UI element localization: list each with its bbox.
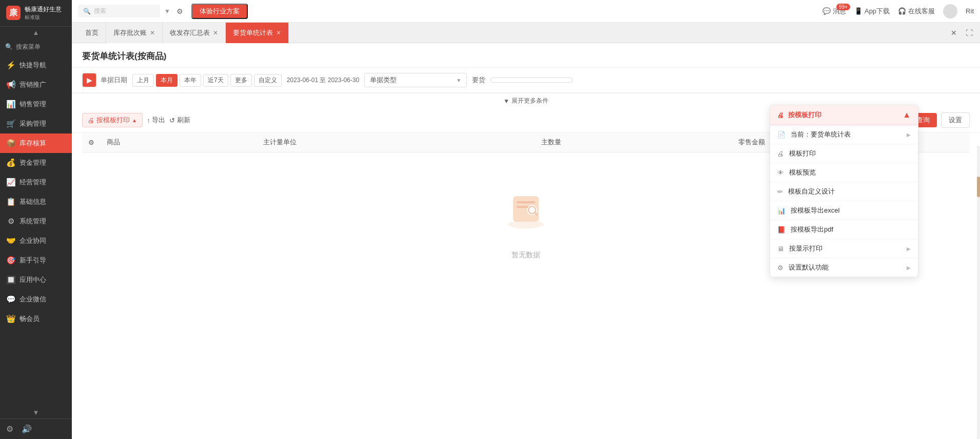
- app-name: 畅康通好生意: [25, 5, 62, 14]
- template-preview-label: 模板预览: [789, 168, 816, 177]
- display-print-label: 按显示打印: [789, 244, 822, 253]
- sidebar-item-sales[interactable]: 📊 销售管理: [0, 94, 72, 114]
- apps-icon: 🔲: [6, 275, 15, 284]
- print-label: 按模板打印: [96, 116, 130, 125]
- operation-icon: 📈: [6, 178, 15, 187]
- promo-button[interactable]: 体验行业方案: [191, 4, 248, 19]
- close-all-tabs-button[interactable]: ✕: [947, 26, 961, 40]
- headset-icon: 🎧: [898, 7, 906, 15]
- topbar-search-box[interactable]: 🔍 搜索: [78, 5, 160, 17]
- template-excel-item[interactable]: 📊 按模板导出excel: [770, 201, 918, 220]
- export-action-button[interactable]: ↑ 导出: [147, 116, 166, 125]
- sidebar-item-collab[interactable]: 🤝 企业协同: [0, 231, 72, 251]
- sidebar-item-inventory-label: 库存核算: [19, 139, 46, 148]
- template-print-item[interactable]: 🖨 模板打印: [770, 144, 918, 163]
- right-scrollbar-track: [977, 146, 980, 439]
- avatar[interactable]: [943, 4, 957, 18]
- footer-sound-icon[interactable]: 🔊: [22, 424, 32, 434]
- refresh-label: 刷新: [177, 116, 190, 125]
- cargo-filter-field[interactable]: [491, 78, 573, 83]
- printer-icon: 🖨: [88, 117, 94, 124]
- cargo-filter-label: 要货: [472, 75, 485, 85]
- sidebar-scroll-up[interactable]: ▲: [0, 27, 72, 39]
- collab-icon: 🤝: [6, 236, 15, 245]
- sidebar-item-quick-nav[interactable]: ⚡ 快捷导航: [0, 55, 72, 75]
- svg-rect-2: [517, 201, 535, 203]
- template-preview-item[interactable]: 👁 模板预览: [770, 163, 918, 182]
- right-scrollbar-thumb[interactable]: [977, 177, 980, 197]
- tab-receipt-summary-label: 收发存汇总表: [170, 28, 210, 37]
- online-service-action[interactable]: 🎧 在线客服: [898, 7, 935, 16]
- date-btn-this-month[interactable]: 本月: [156, 74, 178, 87]
- basic-icon: 📋: [6, 197, 15, 206]
- username-label: Rit: [966, 7, 974, 15]
- refresh-action-button[interactable]: ↺ 刷新: [169, 116, 190, 125]
- print-dropdown-icon: 🖨: [777, 111, 784, 119]
- app-download-action[interactable]: 📱 App下载: [854, 7, 890, 16]
- sidebar: 康 畅康通好生意 标准版 ▲ 🔍 搜索菜单 ⚡ 快捷导航 📢 营销推广 📊 销售…: [0, 0, 72, 439]
- sidebar-scroll-down[interactable]: ▼: [0, 407, 72, 418]
- sidebar-item-member[interactable]: 👑 畅会员: [0, 309, 72, 329]
- sidebar-item-apps[interactable]: 🔲 应用中心: [0, 270, 72, 290]
- date-btn-last-month[interactable]: 上月: [132, 74, 154, 87]
- date-buttons: 上月 本月 本年 近7天 更多 自定义: [132, 74, 282, 87]
- main-content: 🔍 搜索 ▼ ⚙ 体验行业方案 💬 消息 99+ 📱 App下载 🎧 在线客服 …: [72, 0, 980, 439]
- date-btn-more[interactable]: 更多: [230, 74, 252, 87]
- sidebar-item-purchase[interactable]: 🛒 采购管理: [0, 114, 72, 133]
- sidebar-item-wechat[interactable]: 💬 企业微信: [0, 290, 72, 309]
- search-icon: 🔍: [5, 43, 13, 50]
- set-default-item[interactable]: ⚙ 设置默认功能 ▶: [770, 258, 918, 277]
- sidebar-item-operation[interactable]: 📈 经营管理: [0, 173, 72, 192]
- topbar-gear-icon[interactable]: ⚙: [177, 7, 183, 15]
- table-col-unit: 主计量单位: [257, 132, 535, 152]
- print-dropdown-header: 🖨 按模板打印 ▲: [770, 105, 918, 125]
- sidebar-item-finance-label: 资金管理: [19, 158, 46, 167]
- set-default-icon: ⚙: [777, 264, 783, 272]
- expand-filter-button[interactable]: ▶: [82, 73, 96, 87]
- guide-icon: 🎯: [6, 256, 15, 265]
- display-print-icon: 🖥: [777, 245, 784, 253]
- topbar: 🔍 搜索 ▼ ⚙ 体验行业方案 💬 消息 99+ 📱 App下载 🎧 在线客服 …: [72, 0, 980, 23]
- sidebar-search-label: 搜索菜单: [16, 43, 41, 51]
- display-print-item[interactable]: 🖥 按显示打印 ▶: [770, 239, 918, 258]
- sidebar-item-marketing[interactable]: 📢 营销推广: [0, 75, 72, 94]
- expand-more-icon: ▼: [503, 98, 509, 105]
- type-filter-select[interactable]: 单据类型 ▼: [364, 73, 467, 87]
- date-btn-7days[interactable]: 近7天: [203, 74, 228, 87]
- sidebar-item-basic[interactable]: 📋 基础信息: [0, 192, 72, 212]
- template-custom-item[interactable]: ✏ 模板自定义设计: [770, 182, 918, 201]
- topbar-chevron-icon[interactable]: ▼: [164, 8, 170, 15]
- set-default-label: 设置默认功能: [789, 263, 829, 272]
- online-service-label: 在线客服: [908, 7, 935, 16]
- date-btn-custom[interactable]: 自定义: [254, 74, 282, 87]
- template-pdf-item[interactable]: 📕 按模板导出pdf: [770, 220, 918, 239]
- tab-order-stats[interactable]: 要货单统计表 ✕: [226, 23, 289, 43]
- tab-order-stats-close[interactable]: ✕: [276, 29, 281, 36]
- print-action-button[interactable]: 🖨 按模板打印 ▲: [82, 113, 143, 127]
- date-btn-this-year[interactable]: 本年: [180, 74, 201, 87]
- sidebar-item-guide[interactable]: 🎯 新手引导: [0, 251, 72, 270]
- topbar-search-icon: 🔍: [83, 8, 91, 15]
- sidebar-item-quick-nav-label: 快捷导航: [19, 61, 46, 70]
- tab-home[interactable]: 首页: [78, 23, 106, 43]
- tab-inventory-batch[interactable]: 库存批次账 ✕: [106, 23, 163, 43]
- table-col-quantity: 主数量: [535, 132, 732, 152]
- tab-inventory-batch-close[interactable]: ✕: [150, 29, 155, 36]
- sidebar-item-finance[interactable]: 💰 资金管理: [0, 153, 72, 173]
- footer-settings-icon[interactable]: ⚙: [6, 424, 13, 434]
- settings-button[interactable]: 设置: [941, 112, 970, 128]
- message-action[interactable]: 💬 消息 99+: [822, 7, 846, 16]
- table-col-gear[interactable]: ⚙: [82, 132, 101, 152]
- sidebar-item-inventory[interactable]: 📦 库存核算: [0, 133, 72, 153]
- expand-tab-button[interactable]: ⛶: [963, 26, 976, 40]
- print-current-item[interactable]: 📄 当前：要货单统计表 ▶: [770, 125, 918, 144]
- print-dropdown-close-button[interactable]: ▲: [903, 110, 911, 120]
- member-icon: 👑: [6, 314, 15, 323]
- tab-order-stats-label: 要货单统计表: [233, 28, 273, 37]
- tab-receipt-summary[interactable]: 收发存汇总表 ✕: [163, 23, 226, 43]
- sidebar-item-system[interactable]: ⚙ 系统管理: [0, 212, 72, 231]
- template-custom-icon: ✏: [777, 188, 783, 196]
- sidebar-search[interactable]: 🔍 搜索菜单: [0, 39, 72, 55]
- page-title: 要货单统计表(按商品): [82, 51, 166, 61]
- tab-receipt-summary-close[interactable]: ✕: [213, 29, 218, 36]
